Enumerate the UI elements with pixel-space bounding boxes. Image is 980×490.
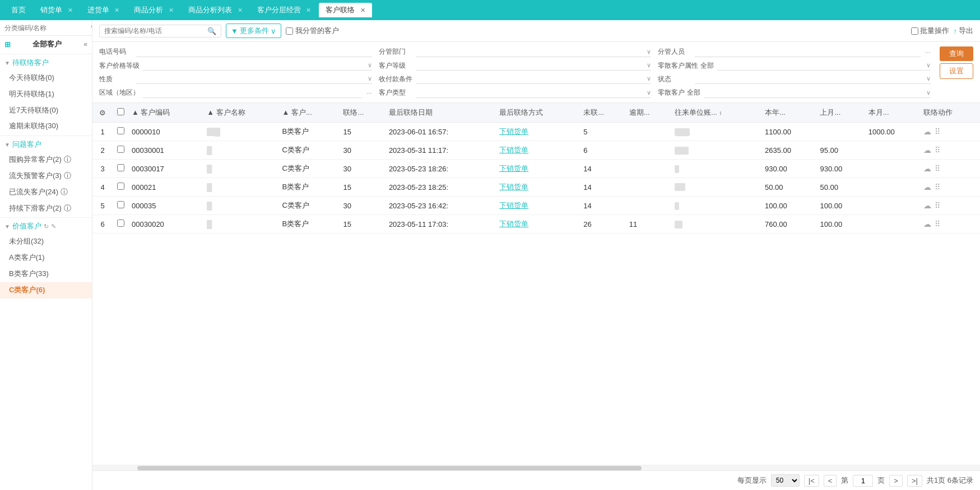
nav-home[interactable]: 首页 xyxy=(4,3,32,17)
row-last-method[interactable]: 下销货单 xyxy=(496,197,580,215)
first-page-button[interactable]: |< xyxy=(804,475,819,487)
row-action[interactable]: ☁ ⠿ xyxy=(920,197,980,215)
row-check[interactable] xyxy=(113,178,128,197)
row-checkbox[interactable] xyxy=(117,201,124,208)
sidebar-item-7days[interactable]: 近7天待联络(0) xyxy=(0,102,92,119)
sidebar-item-c-class[interactable]: C类客户(6) xyxy=(0,282,92,298)
sidebar-all-customers[interactable]: ⊞ 全部客户 « xyxy=(0,36,92,53)
filter-phone-input[interactable] xyxy=(136,46,372,57)
filter-customer-type-select[interactable]: ∨ xyxy=(416,88,652,98)
filter-retail-attr-select[interactable]: ∨ xyxy=(717,60,931,71)
row-check[interactable] xyxy=(113,197,128,215)
close-icon[interactable]: ✕ xyxy=(169,7,174,13)
page-input[interactable] xyxy=(853,475,873,487)
next-page-button[interactable]: > xyxy=(889,475,903,487)
more-conditions-button[interactable]: ▼ 更多条件 ∨ xyxy=(226,24,281,38)
row-last-method[interactable]: 下销货单 xyxy=(496,160,580,178)
more-action-icon[interactable]: ⠿ xyxy=(935,164,940,173)
filter-price-level-select[interactable]: ∨ xyxy=(143,60,372,71)
sidebar-item-churn-warning[interactable]: 流失预警客户(3) ⓘ xyxy=(0,168,92,184)
contact-icon[interactable]: ☁ xyxy=(923,201,931,210)
filter-region-input[interactable] xyxy=(143,87,362,98)
more-icon[interactable]: ··· xyxy=(925,48,931,56)
close-icon[interactable]: ✕ xyxy=(360,7,365,13)
batch-ops-button[interactable]: 批量操作 xyxy=(911,26,949,36)
sidebar-section-value[interactable]: 价值客户 ↻ ✎ xyxy=(0,219,92,234)
close-icon[interactable]: ✕ xyxy=(238,7,243,13)
sidebar-item-b-class[interactable]: B类客户(33) xyxy=(0,266,92,282)
col-name[interactable]: ▲ 客户名称 xyxy=(203,103,278,123)
nav-purchase[interactable]: 进货单 ✕ xyxy=(81,3,127,17)
settings-button[interactable]: 设置 xyxy=(940,63,973,79)
contact-icon[interactable]: ☁ xyxy=(923,183,931,192)
row-last-method[interactable]: 下销货单 xyxy=(496,141,580,160)
row-action[interactable]: ☁ ⠿ xyxy=(920,215,980,234)
close-icon[interactable]: ✕ xyxy=(306,7,311,13)
row-last-method[interactable]: 下销货单 xyxy=(496,178,580,197)
my-customers-checkbox[interactable] xyxy=(286,27,293,35)
row-last-method[interactable]: 下销货单 xyxy=(496,123,580,141)
collapse-icon[interactable]: « xyxy=(83,40,87,48)
more-action-icon[interactable]: ⠿ xyxy=(935,127,940,136)
filter-dept-select[interactable]: ∨ xyxy=(416,47,652,57)
contact-icon[interactable]: ☁ xyxy=(923,220,931,228)
contact-icon[interactable]: ☁ xyxy=(923,146,931,155)
page-size-select[interactable]: 50 100 200 xyxy=(771,474,800,487)
filter-nature-select[interactable]: ∨ xyxy=(136,74,372,84)
row-checkbox[interactable] xyxy=(117,164,124,171)
row-checkbox[interactable] xyxy=(117,220,124,227)
sidebar-item-overdue[interactable]: 逾期未联络(30) xyxy=(0,118,92,134)
batch-checkbox[interactable] xyxy=(911,27,918,35)
row-checkbox[interactable] xyxy=(117,183,124,190)
sidebar-item-unsorted[interactable]: 未分组(32) xyxy=(0,234,92,250)
sidebar-search-input[interactable] xyxy=(4,24,89,32)
filter-retail-select[interactable]: ∨ xyxy=(704,88,931,98)
close-icon[interactable]: ✕ xyxy=(68,7,73,13)
sidebar-section-pending[interactable]: 待联络客户 xyxy=(0,55,92,70)
filter-payment-select[interactable]: ∨ xyxy=(416,74,652,84)
nav-goods-list[interactable]: 商品分析列表 ✕ xyxy=(182,3,249,17)
row-check[interactable] xyxy=(113,123,128,141)
row-action[interactable]: ☁ ⠿ xyxy=(920,160,980,178)
more-action-icon[interactable]: ⠿ xyxy=(935,201,940,210)
horizontal-scrollbar[interactable] xyxy=(92,465,980,470)
contact-icon[interactable]: ☁ xyxy=(923,164,931,173)
sidebar-item-churned[interactable]: 已流失客户(24) ⓘ xyxy=(0,184,92,200)
row-action[interactable]: ☁ ⠿ xyxy=(920,123,980,141)
sidebar-item-today[interactable]: 今天待联络(0) xyxy=(0,70,92,86)
nav-customer-layer[interactable]: 客户分层经营 ✕ xyxy=(250,3,318,17)
more-icon[interactable]: ··· xyxy=(366,89,372,97)
row-check[interactable] xyxy=(113,141,128,160)
search-input[interactable] xyxy=(104,27,205,35)
row-check[interactable] xyxy=(113,215,128,234)
query-button[interactable]: 查询 xyxy=(940,46,973,61)
row-action[interactable]: ☁ ⠿ xyxy=(920,141,980,160)
export-button[interactable]: ↑ 导出 xyxy=(954,26,974,36)
more-action-icon[interactable]: ⠿ xyxy=(935,146,940,155)
edit-icon[interactable]: ✎ xyxy=(51,223,56,230)
col-code[interactable]: ▲ 客户编码 xyxy=(128,103,203,123)
sidebar-item-a-class[interactable]: A类客户(1) xyxy=(0,250,92,266)
more-action-icon[interactable]: ⠿ xyxy=(935,220,940,228)
prev-page-button[interactable]: < xyxy=(824,475,837,487)
refresh-icon[interactable]: ↻ xyxy=(44,223,49,230)
row-checkbox[interactable] xyxy=(117,127,124,134)
search-icon[interactable]: 🔍 xyxy=(207,27,216,35)
sidebar-item-declining[interactable]: 持续下滑客户(2) ⓘ xyxy=(0,200,92,217)
contact-icon[interactable]: ☁ xyxy=(923,127,931,136)
close-icon[interactable]: ✕ xyxy=(114,7,119,13)
row-last-method[interactable]: 下销货单 xyxy=(496,215,580,234)
row-action[interactable]: ☁ ⠿ xyxy=(920,178,980,197)
col-settings[interactable]: ⚙ xyxy=(92,103,113,123)
more-action-icon[interactable]: ⠿ xyxy=(935,183,940,192)
select-all-checkbox[interactable] xyxy=(117,108,124,115)
my-customers-checkbox-wrap[interactable]: 我分管的客户 xyxy=(286,26,339,36)
filter-person-input[interactable] xyxy=(695,46,921,57)
sidebar-item-hoarding[interactable]: 囤购异常客户(2) ⓘ xyxy=(0,152,92,168)
filter-status-select[interactable]: ∨ xyxy=(695,74,931,84)
nav-goods-analysis[interactable]: 商品分析 ✕ xyxy=(127,3,180,17)
row-checkbox[interactable] xyxy=(117,146,124,153)
nav-customer-contact[interactable]: 客户联络 ✕ xyxy=(319,3,372,17)
filter-customer-level-select[interactable]: ∨ xyxy=(416,60,652,71)
row-check[interactable] xyxy=(113,160,128,178)
